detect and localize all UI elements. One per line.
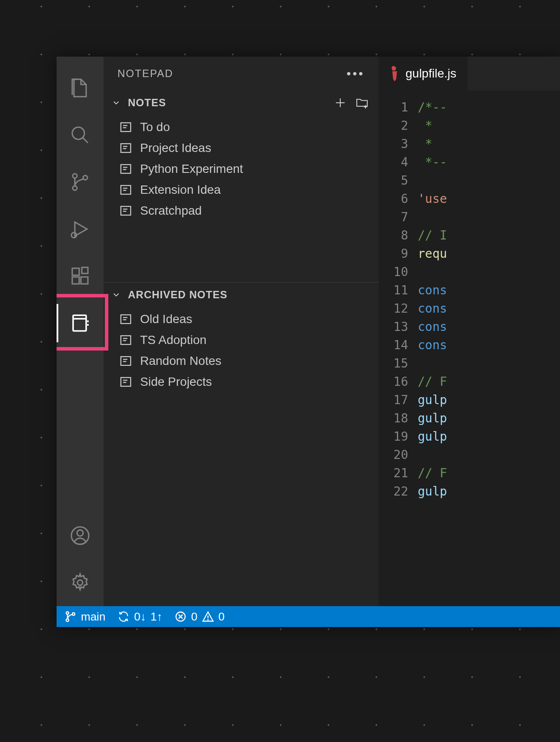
activity-source-control[interactable] [57, 159, 104, 206]
chevron-down-icon [111, 290, 124, 300]
code-editor[interactable]: 12345678910111213141516171819202122 /*--… [379, 91, 560, 606]
svg-point-56 [208, 619, 208, 620]
tabs-row: gulpfile.js [379, 57, 560, 91]
side-panel: NOTEPAD ••• NOTES [104, 57, 379, 606]
activity-settings[interactable] [57, 559, 104, 606]
vscode-window: NOTEPAD ••• NOTES [57, 57, 560, 627]
note-icon [119, 334, 132, 347]
svg-rect-28 [121, 165, 131, 173]
new-folder-button[interactable] [353, 94, 371, 111]
svg-rect-11 [73, 315, 86, 331]
svg-rect-31 [121, 186, 131, 194]
note-item[interactable]: Old Ideas [104, 309, 379, 330]
svg-rect-37 [121, 315, 131, 324]
tab-label: gulpfile.js [406, 67, 456, 81]
svg-rect-8 [72, 277, 79, 284]
svg-point-51 [72, 613, 75, 615]
note-item[interactable]: Project Ideas [104, 138, 379, 159]
extensions-icon [70, 266, 91, 287]
svg-point-17 [77, 580, 83, 585]
chevron-down-icon [111, 98, 124, 108]
status-problems[interactable]: 0 0 [174, 610, 225, 624]
activity-explorer[interactable] [57, 64, 104, 111]
svg-point-16 [77, 530, 83, 536]
editor-area: gulpfile.js 1234567891011121314151617181… [379, 57, 560, 606]
sync-outgoing: 1↑ [151, 610, 162, 624]
status-branch[interactable]: main [64, 610, 105, 624]
note-label: Random Notes [140, 354, 221, 368]
note-item[interactable]: Side Projects [104, 371, 379, 392]
note-label: Project Ideas [140, 141, 211, 155]
svg-rect-40 [121, 336, 131, 344]
activity-extensions[interactable] [57, 253, 104, 300]
svg-point-50 [66, 619, 69, 621]
warning-count: 0 [218, 610, 225, 624]
svg-rect-34 [121, 206, 131, 215]
svg-rect-22 [121, 123, 131, 132]
error-count: 0 [191, 610, 197, 624]
svg-point-4 [83, 175, 87, 180]
svg-point-0 [72, 127, 84, 139]
panel-title-row: NOTEPAD ••• [104, 57, 379, 91]
files-icon [70, 78, 91, 98]
note-icon [119, 204, 132, 217]
sync-incoming: 0↓ [134, 610, 146, 624]
status-sync[interactable]: 0↓ 1↑ [117, 610, 162, 624]
run-debug-icon [70, 219, 91, 239]
plus-icon [334, 96, 347, 109]
error-icon [174, 610, 187, 623]
note-item[interactable]: To do [104, 117, 379, 138]
panel-title: NOTEPAD [117, 67, 173, 80]
search-icon [70, 125, 91, 145]
note-item[interactable]: TS Adoption [104, 330, 379, 351]
branch-name: main [81, 610, 105, 624]
note-label: Old Ideas [140, 312, 192, 326]
note-label: To do [140, 120, 170, 134]
svg-rect-43 [121, 357, 131, 365]
activity-notepad[interactable] [57, 300, 104, 347]
svg-point-2 [73, 174, 77, 178]
sync-icon [117, 610, 130, 623]
svg-rect-46 [121, 378, 131, 386]
svg-line-1 [83, 138, 88, 143]
note-icon [119, 354, 132, 368]
panel-more-actions[interactable]: ••• [343, 67, 368, 81]
gulp-icon [390, 66, 399, 81]
section-label: ARCHIVED NOTES [128, 289, 228, 301]
note-icon [119, 142, 132, 155]
activity-run-debug[interactable] [57, 206, 104, 253]
branch-icon [64, 610, 77, 623]
note-icon [119, 313, 132, 326]
svg-point-49 [66, 612, 69, 614]
note-icon [119, 183, 132, 196]
note-label: Scratchpad [140, 204, 202, 218]
note-item[interactable]: Random Notes [104, 351, 379, 371]
activity-search[interactable] [57, 111, 104, 159]
notebook-icon [70, 313, 91, 334]
section-header-archived[interactable]: ARCHIVED NOTES [104, 283, 379, 307]
section-label: NOTES [128, 97, 166, 109]
gear-icon [70, 572, 91, 593]
line-number-gutter: 12345678910111213141516171819202122 [379, 98, 418, 606]
note-item[interactable]: Python Experiment [104, 159, 379, 179]
note-label: TS Adoption [140, 333, 207, 347]
svg-rect-7 [72, 268, 79, 275]
tab-gulpfile[interactable]: gulpfile.js [379, 57, 468, 91]
status-bar: main 0↓ 1↑ 0 0 [57, 606, 560, 627]
note-item[interactable]: Scratchpad [104, 200, 379, 221]
note-label: Python Experiment [140, 162, 243, 176]
section-header-notes[interactable]: NOTES [104, 91, 379, 115]
svg-rect-25 [121, 144, 131, 152]
source-control-icon [70, 172, 91, 192]
svg-point-3 [73, 186, 77, 190]
note-label: Side Projects [140, 375, 212, 389]
note-icon [119, 375, 132, 388]
warning-icon [202, 610, 214, 623]
add-note-button[interactable] [332, 94, 349, 111]
notes-tree: To do Project Ideas Python Experiment Ex… [104, 115, 379, 230]
note-label: Extension Idea [140, 183, 221, 197]
activity-accounts[interactable] [57, 512, 104, 559]
note-icon [119, 162, 132, 175]
account-icon [70, 525, 91, 546]
note-item[interactable]: Extension Idea [104, 179, 379, 200]
